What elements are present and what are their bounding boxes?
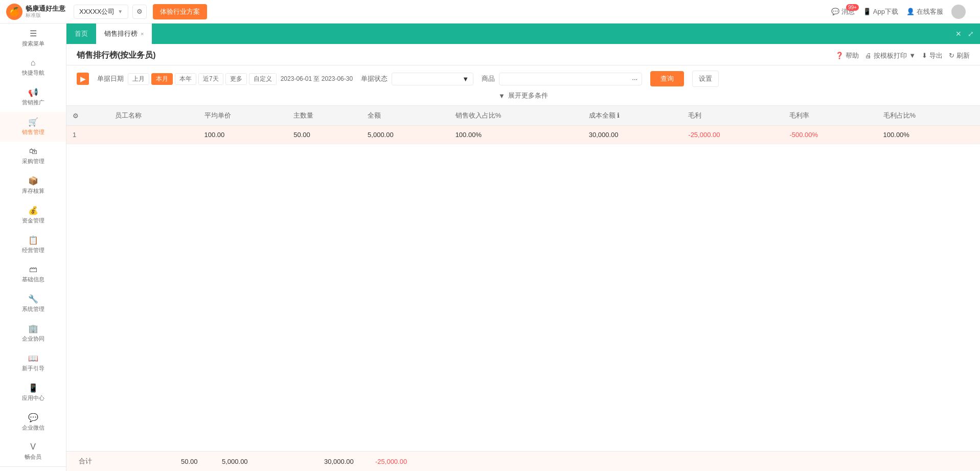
notification-button[interactable]: 💬 消息 99+ — [831, 7, 855, 16]
sidebar-item-quick-nav[interactable]: ⌂ 快捷导航 — [0, 53, 66, 82]
sidebar-label-membership: 畅会员 — [25, 453, 41, 461]
app-center-icon: 📱 — [28, 383, 38, 393]
date-tab-7days[interactable]: 近7天 — [198, 73, 223, 85]
export-button[interactable]: ⬇ 导出 — [922, 51, 943, 60]
sidebar-item-wechat[interactable]: 💬 企业微信 — [0, 408, 66, 437]
sidebar-label-finance: 资金管理 — [22, 217, 44, 225]
sidebar-item-operations[interactable]: 📋 经营管理 — [0, 230, 66, 260]
wechat-icon: 💬 — [28, 413, 38, 422]
top-right-actions: 💬 消息 99+ 📱 App下载 👤 在线客服 — [831, 5, 974, 19]
help-label: 帮助 — [846, 51, 859, 60]
col-settings[interactable]: ⚙ — [66, 106, 109, 126]
tab-maximize-icon[interactable]: ⤢ — [968, 30, 974, 38]
sidebar-item-membership[interactable]: V 畅会员 — [0, 437, 66, 466]
date-tab-this-month[interactable]: 本月 — [151, 73, 173, 85]
goods-more-icon: ··· — [632, 75, 637, 83]
refresh-icon: ↻ — [949, 52, 954, 59]
date-tab-this-year[interactable]: 本年 — [175, 73, 196, 85]
topbar-settings-btn[interactable]: ⚙ — [132, 5, 147, 19]
sidebar-label-search: 搜索菜单 — [22, 40, 44, 48]
export-icon: ⬇ — [922, 52, 927, 59]
app-version: 标准版 — [26, 12, 65, 18]
sidebar-item-basic-info[interactable]: 🗃 基础信息 — [0, 260, 66, 289]
filter-row-1: ▶ 单据日期 上月 本月 本年 近7天 更多 自定义 2023-06-01 至 … — [77, 71, 970, 87]
page-actions: ❓ 帮助 🖨 按模板打印 ▼ ⬇ 导出 ↻ 刷新 — [835, 51, 970, 60]
tab-active-label: 销售排行榜 — [104, 29, 138, 38]
tab-home[interactable]: 首页 — [66, 24, 96, 44]
sidebar: ☰ 搜索菜单 ⌂ 快捷导航 📢 营销推广 🛒 销售管理 🛍 采购管理 📦 库 — [0, 24, 66, 471]
tab-close-icon[interactable]: × — [141, 31, 144, 37]
cell-gross-rate: -500.00% — [783, 126, 877, 144]
footer-gross: -25,000.00 — [369, 458, 420, 465]
app-download-label: App下载 — [873, 7, 898, 16]
sidebar-item-sales[interactable]: 🛒 销售管理 — [0, 112, 66, 142]
trial-button[interactable]: 体验行业方案 — [153, 4, 207, 19]
date-filter-group: 单据日期 上月 本月 本年 近7天 更多 自定义 2023-06-01 至 20… — [97, 73, 353, 85]
refresh-label: 刷新 — [956, 51, 970, 60]
notification-badge: 99+ — [846, 4, 859, 11]
date-tab-custom[interactable]: 自定义 — [249, 73, 277, 85]
tab-sales-ranking[interactable]: 销售排行榜 × — [96, 24, 152, 44]
download-icon: 📱 — [863, 8, 871, 15]
template-print-button[interactable]: 🖨 按模板打印 ▼ — [865, 51, 916, 60]
filter-bar: ▶ 单据日期 上月 本月 本年 近7天 更多 自定义 2023-06-01 至 … — [66, 65, 980, 106]
search-icon: ☰ — [30, 29, 37, 38]
query-button[interactable]: 查询 — [650, 71, 684, 86]
expand-chevron-icon: ▼ — [498, 92, 505, 100]
export-label: 导出 — [929, 51, 943, 60]
cell-rank: 1 — [66, 126, 109, 144]
col-sales-pct: 销售收入占比% — [449, 106, 583, 126]
sidebar-item-guide[interactable]: 📖 新手引导 — [0, 348, 66, 378]
date-tab-more[interactable]: 更多 — [225, 73, 247, 85]
sidebar-item-finance[interactable]: 💰 资金管理 — [0, 200, 66, 230]
purchase-icon: 🛍 — [29, 147, 37, 156]
system-icon: 🔧 — [28, 294, 38, 304]
help-button[interactable]: ❓ 帮助 — [835, 51, 859, 60]
sidebar-label-quick-nav: 快捷导航 — [22, 69, 44, 77]
goods-filter-group: 商品 ··· — [482, 73, 642, 85]
sidebar-item-purchase[interactable]: 🛍 采购管理 — [0, 142, 66, 171]
logo: 🍊 畅康通好生意 标准版 — [6, 4, 65, 20]
avatar[interactable] — [951, 5, 966, 19]
marketing-icon: 📢 — [28, 87, 38, 97]
filter-toggle-btn[interactable]: ▶ — [77, 73, 89, 85]
status-select[interactable]: ▼ — [392, 73, 473, 85]
sidebar-item-app-center[interactable]: 📱 应用中心 — [0, 378, 66, 408]
sidebar-item-search[interactable]: ☰ 搜索菜单 — [0, 24, 66, 53]
sidebar-item-system[interactable]: 🔧 系统管理 — [0, 289, 66, 319]
sidebar-bottom: ⚙ ◀ — [0, 466, 66, 471]
enterprise-icon: 🏢 — [28, 324, 38, 333]
print-chevron-icon: ▼ — [909, 52, 916, 59]
date-range-display: 2023-06-01 至 2023-06-30 — [281, 75, 353, 83]
help-icon: ❓ — [835, 52, 844, 59]
cell-gross: -25,000.00 — [682, 126, 783, 144]
sidebar-item-inventory[interactable]: 📦 库存核算 — [0, 171, 66, 200]
app-download-button[interactable]: 📱 App下载 — [863, 7, 898, 16]
goods-input[interactable]: ··· — [499, 73, 642, 85]
page-title: 销售排行榜(按业务员) — [77, 50, 156, 61]
tab-close-all-icon[interactable]: ✕ — [955, 30, 962, 38]
cell-name — [109, 126, 198, 144]
sales-icon: 🛒 — [28, 117, 38, 127]
sidebar-label-marketing: 营销推广 — [22, 99, 44, 106]
table-settings-button[interactable]: 设置 — [692, 71, 719, 87]
goods-filter-label: 商品 — [482, 74, 495, 83]
tab-bar: 首页 销售排行榜 × ✕ ⤢ — [66, 24, 980, 44]
operations-icon: 📋 — [28, 235, 38, 245]
expand-conditions-row[interactable]: ▼ 展开更多条件 — [77, 87, 970, 100]
cell-sales-pct: 100.00% — [449, 126, 583, 144]
expand-conditions-label: 展开更多条件 — [508, 91, 548, 100]
print-icon: 🖨 — [865, 52, 872, 59]
company-selector[interactable]: XXXXX公司 ▼ — [74, 5, 128, 19]
content-area: 首页 销售排行榜 × ✕ ⤢ 销售排行榜(按业务员) ❓ 帮助 — [66, 24, 980, 471]
sidebar-item-marketing[interactable]: 📢 营销推广 — [0, 82, 66, 112]
date-filter-label: 单据日期 — [97, 74, 124, 83]
col-gross-pct: 毛利占比% — [877, 106, 980, 126]
sidebar-label-sales: 销售管理 — [22, 128, 44, 136]
finance-icon: 💰 — [28, 206, 38, 215]
sidebar-item-enterprise[interactable]: 🏢 企业协同 — [0, 319, 66, 348]
refresh-button[interactable]: ↻ 刷新 — [949, 51, 970, 60]
date-tab-last-month[interactable]: 上月 — [128, 73, 149, 85]
footer-label: 合计 — [73, 457, 134, 466]
online-support-button[interactable]: 👤 在线客服 — [906, 7, 943, 16]
